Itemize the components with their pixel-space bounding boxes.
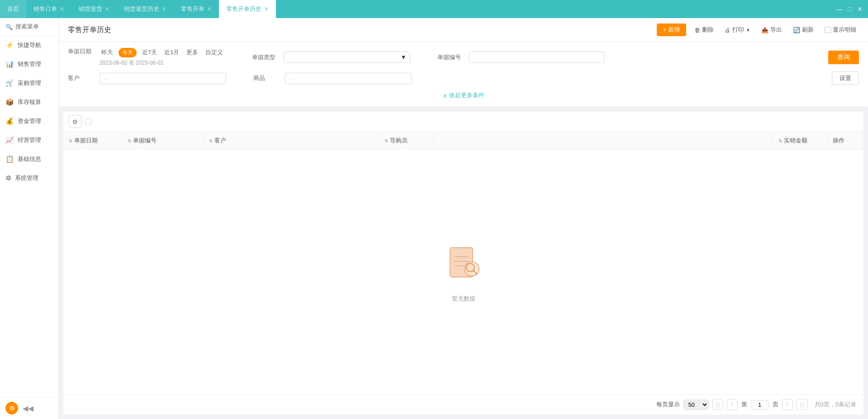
sidebar-label-purchase-mgmt: 采购管理 — [18, 79, 41, 87]
page-number-input[interactable] — [751, 400, 769, 410]
tab-close-retail-open[interactable]: ✕ — [207, 6, 212, 12]
per-page-label: 每页显示 — [656, 400, 680, 409]
sidebar-icon-sys-mgmt: ⚙ — [5, 174, 11, 182]
goods-filter-input[interactable]: ··· — [285, 73, 412, 84]
page-prefix-label: 第 — [741, 400, 747, 409]
sidebar-icon-inventory: 📦 — [5, 98, 14, 106]
minimize-btn[interactable]: — — [836, 5, 843, 13]
date-opt-custom[interactable]: 自定义 — [204, 47, 225, 57]
filter-settings-button[interactable]: 设置 — [832, 71, 859, 85]
tab-retail-open[interactable]: 零售开单✕ — [174, 0, 219, 18]
sidebar-item-sales-mgmt[interactable]: 📊 销售管理 — [0, 55, 58, 74]
empty-text: 暂无数据 — [452, 295, 475, 303]
refresh-button[interactable]: 🔄 刷新 — [790, 24, 816, 36]
sidebar-icon-base-info: 📋 — [5, 155, 14, 163]
display-detail-button[interactable]: 显示明细 — [822, 24, 859, 36]
settings-btn[interactable]: ⚙ — [5, 402, 18, 414]
date-opt-last7[interactable]: 近7天 — [140, 47, 159, 57]
tab-close-retail-history[interactable]: ✕ — [264, 6, 269, 12]
tab-retail-history[interactable]: 零售开单历史✕ — [219, 0, 276, 18]
empty-icon — [441, 241, 486, 287]
close-btn[interactable]: ✕ — [857, 5, 863, 13]
sidebar-label-base-info: 基础信息 — [18, 155, 41, 163]
sidebar-icon-business: 📈 — [5, 136, 14, 144]
total-info: 共0页，0条记录 — [815, 400, 856, 409]
sidebar-item-business[interactable]: 📈 经营管理 — [0, 131, 58, 150]
sort-customer-icon[interactable]: ⇅ — [209, 138, 213, 143]
next-page-btn[interactable]: ⟩ — [782, 399, 793, 410]
date-opt-today[interactable]: 今天 — [119, 48, 137, 57]
table-settings-btn[interactable]: ⚙ — [69, 115, 81, 128]
export-icon: 📤 — [761, 27, 768, 33]
pagination: 每页显示 50 10 20 100 ⟨⟨ ⟨ 第 页 ⟩ ⟩⟩ 共0页，0条记录 — [63, 394, 863, 414]
customer-filter-input[interactable]: ··· — [100, 73, 226, 84]
th-action: 操作 — [827, 132, 863, 149]
content-area: 零售开单历史 + 新增 🗑 删除 🖨 打印 ▼ 📤 导出 🔄 — [59, 18, 868, 419]
sidebar-item-sys-mgmt[interactable]: ⚙ 系统管理 — [0, 169, 58, 188]
date-options: 昨天 今天 近7天 近1月 更多 自定义 — [100, 47, 225, 57]
maximize-btn[interactable]: □ — [848, 5, 852, 13]
sort-no-icon[interactable]: ⇅ — [128, 138, 131, 143]
table-area: ⚙ ⇅ 单据日期 ⇅ 单据编号 ⇅ 客户 ⇅ 导购员 — [63, 112, 863, 414]
last-page-btn[interactable]: ⟩⟩ — [797, 399, 807, 410]
sidebar-item-finance[interactable]: 💰 资金管理 — [0, 112, 58, 131]
tab-close-sales-order[interactable]: ✕ — [60, 6, 64, 12]
tab-sales-return[interactable]: 销货退货✕ — [71, 0, 117, 18]
sidebar-icon-finance: 💰 — [5, 117, 14, 125]
query-button[interactable]: 查询 — [828, 51, 859, 64]
th-no: ⇅ 单据编号 — [122, 132, 204, 149]
tab-close-sales-return[interactable]: ✕ — [105, 6, 109, 12]
table-header: ⇅ 单据日期 ⇅ 单据编号 ⇅ 客户 ⇅ 导购员 ⇅ 实销 — [63, 132, 863, 150]
th-middle — [433, 132, 773, 149]
type-filter-select[interactable]: ▼ — [284, 52, 410, 63]
type-filter-label: 单据类型 — [252, 53, 279, 61]
refresh-icon: 🔄 — [793, 27, 800, 33]
add-button[interactable]: + 新增 — [657, 24, 686, 36]
sidebar-label-finance: 资金管理 — [18, 117, 41, 125]
first-page-btn[interactable]: ⟨⟨ — [712, 399, 723, 410]
sort-date-icon[interactable]: ⇅ — [69, 138, 72, 143]
select-all-checkbox[interactable] — [85, 118, 91, 125]
page-suffix-label: 页 — [773, 400, 778, 409]
per-page-select[interactable]: 50 10 20 100 — [683, 400, 709, 410]
delete-icon: 🗑 — [694, 27, 700, 33]
tab-bar: 首页销售订单✕销货退货✕销货退货历史✕零售开单✕零售开单历史✕ — □ ✕ — [0, 0, 868, 18]
type-select-arrow: ▼ — [401, 54, 407, 61]
export-button[interactable]: 📤 导出 — [759, 24, 785, 36]
sidebar: 🔍 搜索菜单 ⚡ 快捷导航 📊 销售管理 🛒 采购管理 📦 库存核算 💰 资金管… — [0, 18, 59, 419]
tab-home[interactable]: 首页 — [0, 0, 26, 18]
tab-sales-return-history[interactable]: 销货退货历史✕ — [117, 0, 174, 18]
tab-close-sales-return-history[interactable]: ✕ — [162, 6, 166, 12]
print-icon: 🖨 — [725, 27, 730, 33]
date-opt-yesterday[interactable]: 昨天 — [100, 47, 115, 57]
sidebar-item-base-info[interactable]: 📋 基础信息 — [0, 150, 58, 169]
print-dropdown-icon: ▼ — [746, 28, 750, 33]
toolbar: + 新增 🗑 删除 🖨 打印 ▼ 📤 导出 🔄 刷新 — [657, 24, 859, 36]
sort-amount-icon[interactable]: ⇅ — [778, 138, 782, 143]
print-button[interactable]: 🖨 打印 ▼ — [722, 24, 753, 36]
sidebar-collapse-btn[interactable]: ◀◀ — [23, 404, 33, 413]
sidebar-item-purchase-mgmt[interactable]: 🛒 采购管理 — [0, 74, 58, 93]
page-title: 零售开单历史 — [68, 25, 111, 35]
empty-state: 暂无数据 — [63, 150, 863, 394]
search-icon: 🔍 — [5, 24, 13, 30]
sidebar-label-business: 经营管理 — [18, 136, 41, 144]
sidebar-label-sales-mgmt: 销售管理 — [18, 60, 41, 68]
goods-filter-label: 商品 — [253, 74, 280, 82]
sidebar-search[interactable]: 🔍 搜索菜单 — [0, 18, 58, 36]
sidebar-item-inventory[interactable]: 📦 库存核算 — [0, 93, 58, 112]
date-range-text: 2023-06-02 至 2023-06-02 — [100, 59, 225, 67]
collapse-filter-btn[interactable]: ∧ 收起更多条件 — [68, 89, 859, 101]
th-guide: ⇅ 导购员 — [379, 132, 433, 149]
sort-guide-icon[interactable]: ⇅ — [384, 138, 388, 143]
sidebar-icon-sales-mgmt: 📊 — [5, 60, 14, 68]
collapse-up-icon: ∧ — [443, 92, 447, 99]
date-opt-more[interactable]: 更多 — [185, 47, 200, 57]
no-filter-input[interactable] — [469, 52, 605, 63]
date-opt-last1m[interactable]: 近1月 — [162, 47, 181, 57]
sidebar-label-quick-nav: 快捷导航 — [18, 41, 41, 49]
tab-sales-order[interactable]: 销售订单✕ — [26, 0, 71, 18]
delete-button[interactable]: 🗑 删除 — [692, 24, 716, 36]
sidebar-item-quick-nav[interactable]: ⚡ 快捷导航 — [0, 36, 58, 55]
prev-page-btn[interactable]: ⟨ — [727, 399, 738, 410]
